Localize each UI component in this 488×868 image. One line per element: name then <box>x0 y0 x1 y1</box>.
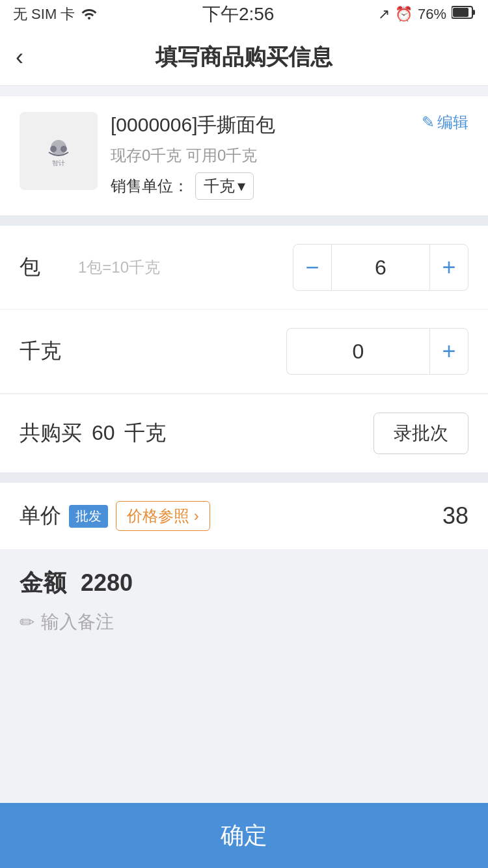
svg-rect-2 <box>453 8 468 17</box>
pack-row: 包 1包=10千克 − + <box>0 226 488 310</box>
total-text: 共购买 60 千克 <box>20 419 166 448</box>
dropdown-icon: ▾ <box>237 177 245 195</box>
total-amount: 60 <box>92 421 115 444</box>
location-icon: ↗ <box>378 6 390 23</box>
kg-quantity-input[interactable] <box>286 328 429 375</box>
kg-plus-button[interactable]: + <box>429 328 468 375</box>
pencil-icon: ✏ <box>20 612 34 633</box>
status-time: 下午2:56 <box>202 2 275 27</box>
product-info: [0000006]手撕面包 现存0千克 可用0千克 销售单位： 千克 ▾ <box>111 112 468 200</box>
note-placeholder: 输入备注 <box>41 610 114 634</box>
separator-2 <box>0 472 488 483</box>
edit-icon: ✎ <box>422 113 435 131</box>
separator-1 <box>0 215 488 226</box>
kg-row: 千克 + <box>0 310 488 394</box>
status-bar: 无 SIM 卡 下午2:56 ↗ ⏰ 76% <box>0 0 488 29</box>
price-ref-button[interactable]: 价格参照 › <box>116 501 210 531</box>
price-section: 单价 批发 价格参照 › 38 <box>0 483 488 549</box>
kg-label: 千克 <box>20 337 72 366</box>
svg-point-4 <box>50 146 57 152</box>
wifi-icon <box>80 5 98 23</box>
edit-button[interactable]: ✎ 编辑 <box>422 112 468 133</box>
alarm-icon: ⏰ <box>395 6 413 23</box>
amount-row: 金额 2280 <box>20 567 468 599</box>
status-right: ↗ ⏰ 76% <box>378 5 475 23</box>
price-row: 单价 批发 价格参照 › 38 <box>20 501 468 531</box>
price-label: 单价 批发 价格参照 › <box>20 501 210 531</box>
svg-rect-1 <box>472 10 475 15</box>
pack-minus-button[interactable]: − <box>293 244 332 291</box>
total-row: 共购买 60 千克 录批次 <box>0 394 488 472</box>
kg-quantity-control: + <box>286 328 468 375</box>
input-section: 包 1包=10千克 − + 千克 + 共购买 60 千克 录批次 <box>0 226 488 472</box>
pack-label: 包 <box>20 253 72 282</box>
amount-section: 金额 2280 ✏ 输入备注 <box>0 549 488 653</box>
page-title: 填写商品购买信息 <box>156 42 332 72</box>
nav-bar: ‹ 填写商品购买信息 <box>0 29 488 86</box>
pack-plus-button[interactable]: + <box>429 244 468 291</box>
svg-point-5 <box>61 146 67 152</box>
battery-icon <box>452 5 475 23</box>
confirm-button[interactable]: 确定 <box>0 803 488 868</box>
unit-select[interactable]: 千克 ▾ <box>195 172 254 200</box>
pack-quantity-input[interactable] <box>332 244 429 291</box>
price-value: 38 <box>442 502 468 530</box>
pack-quantity-control: − + <box>293 244 468 291</box>
product-stock: 现存0千克 可用0千克 <box>111 145 468 166</box>
status-left: 无 SIM 卡 <box>13 5 98 24</box>
svg-text:智计: 智计 <box>52 159 65 167</box>
note-row[interactable]: ✏ 输入备注 <box>20 610 468 634</box>
battery-text: 76% <box>418 6 446 23</box>
pack-hint: 1包=10千克 <box>78 257 293 278</box>
product-name: [0000006]手撕面包 <box>111 112 468 139</box>
product-unit: 销售单位： 千克 ▾ <box>111 172 468 200</box>
back-button[interactable]: ‹ <box>16 44 23 71</box>
amount-value: 2280 <box>81 569 133 596</box>
product-image: 智计 <box>20 112 98 190</box>
batch-button[interactable]: 录批次 <box>373 413 468 454</box>
carrier-text: 无 SIM 卡 <box>13 5 75 24</box>
product-card: 智计 [0000006]手撕面包 现存0千克 可用0千克 销售单位： 千克 ▾ … <box>0 96 488 215</box>
batch-tag: 批发 <box>69 505 108 528</box>
